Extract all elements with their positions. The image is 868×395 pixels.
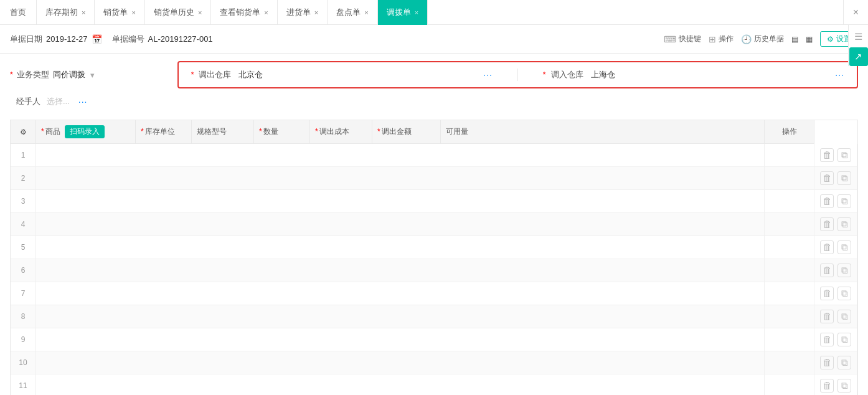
handler-field: 经手人 选择... ···: [10, 96, 88, 107]
right-sidebar: ☰ ↗: [848, 25, 868, 66]
delete-icon[interactable]: 🗑: [820, 333, 834, 346]
close-icon[interactable]: ×: [82, 9, 85, 16]
product-table: ⚙ *商品 扫码录入 *库存单位 规格型号 *数量 *调出成本 *调出金额 可用…: [10, 120, 858, 395]
warehouse-box: * 调出仓库 北京仓 ··· * 调入仓库 上海仓 ···: [177, 61, 858, 88]
product-cell[interactable]: [36, 212, 765, 236]
out-warehouse-field: * 调出仓库 北京仓 ···: [191, 69, 493, 80]
history-action[interactable]: 🕘 历史单据: [741, 34, 784, 44]
close-icon[interactable]: ×: [131, 9, 135, 16]
product-cell[interactable]: [36, 374, 765, 395]
product-cell[interactable]: [36, 144, 765, 167]
row-number: 11: [11, 374, 36, 395]
available-cell: [765, 328, 814, 351]
close-icon[interactable]: ×: [415, 9, 418, 16]
ops-cell: 🗑 ⧉: [814, 166, 857, 189]
row-number: 6: [11, 259, 36, 282]
in-warehouse-more-button[interactable]: ···: [835, 70, 844, 80]
calendar-icon[interactable]: 📅: [92, 34, 102, 44]
product-cell[interactable]: [36, 166, 765, 189]
delete-icon[interactable]: 🗑: [820, 194, 834, 208]
product-cell[interactable]: [36, 282, 765, 305]
form-header: 单据日期 2019-12-27 📅 单据编号 AL-20191227-001 ⌨…: [0, 25, 868, 54]
delete-icon[interactable]: 🗑: [820, 310, 834, 323]
form-header-actions: ⌨ 快捷键 ⊞ 操作 🕘 历史单据 ▤ ▦ ⚙ 设置: [664, 31, 858, 47]
col-cost: *调出成本: [310, 120, 372, 144]
table-row: 4 🗑 ⧉: [11, 212, 857, 236]
out-warehouse-more-button[interactable]: ···: [483, 70, 493, 80]
form-header-left: 单据日期 2019-12-27 📅 单据编号 AL-20191227-001: [10, 34, 213, 45]
available-cell: [765, 259, 814, 282]
col-qty: *数量: [254, 120, 310, 144]
copy-icon[interactable]: ⧉: [837, 310, 851, 323]
available-cell: [765, 374, 814, 395]
copy-icon[interactable]: ⧉: [837, 148, 851, 162]
table-row: 5 🗑 ⧉: [11, 236, 857, 259]
col-ops: 操作: [765, 120, 814, 144]
tab-inventory-init[interactable]: 库存期初 ×: [37, 0, 95, 25]
copy-icon[interactable]: ⧉: [837, 333, 851, 346]
shortcut-action[interactable]: ⌨ 快捷键: [664, 34, 701, 44]
delete-icon[interactable]: 🗑: [820, 217, 834, 231]
product-cell[interactable]: [36, 328, 765, 351]
delete-icon[interactable]: 🗑: [820, 287, 834, 300]
tab-sales-history[interactable]: 销货单历史 ×: [145, 0, 211, 25]
close-icon[interactable]: ×: [364, 9, 368, 16]
col-product: *商品 扫码录入: [36, 120, 136, 144]
operation-action[interactable]: ⊞ 操作: [709, 34, 734, 44]
copy-icon[interactable]: ⧉: [837, 240, 851, 254]
tab-view-sales[interactable]: 查看销货单 ×: [211, 0, 277, 25]
col-gear[interactable]: ⚙: [11, 120, 36, 144]
product-cell[interactable]: [36, 189, 765, 212]
layout1-action[interactable]: ▤: [791, 35, 798, 44]
copy-icon[interactable]: ⧉: [837, 194, 851, 208]
gear-icon: ⚙: [827, 35, 834, 44]
product-cell[interactable]: [36, 351, 765, 374]
copy-icon[interactable]: ⧉: [837, 379, 851, 393]
table-row: 11 🗑 ⧉: [11, 374, 857, 395]
copy-icon[interactable]: ⧉: [837, 356, 851, 369]
table-row: 2 🗑 ⧉: [11, 166, 857, 189]
tab-transfer-order[interactable]: 调拨单 ×: [378, 0, 428, 25]
close-icon[interactable]: ×: [314, 9, 318, 16]
table-row: 6 🗑 ⧉: [11, 259, 857, 282]
delete-icon[interactable]: 🗑: [820, 148, 834, 162]
available-cell: [765, 305, 814, 328]
delete-icon[interactable]: 🗑: [820, 356, 834, 369]
col-amount: *调出金额: [372, 120, 441, 144]
product-cell[interactable]: [36, 305, 765, 328]
handler-select[interactable]: 选择...: [47, 96, 70, 107]
window-close-button[interactable]: ×: [843, 0, 868, 25]
table-row: 8 🗑 ⧉: [11, 305, 857, 328]
tab-sales-order[interactable]: 销货单 ×: [95, 0, 144, 25]
handler-more-button[interactable]: ···: [78, 97, 88, 107]
sidebar-export-icon[interactable]: ↗: [849, 47, 868, 66]
ops-cell: 🗑 ⧉: [814, 212, 857, 236]
copy-icon[interactable]: ⧉: [837, 217, 851, 231]
tab-inventory-check[interactable]: 盘点单 ×: [328, 0, 377, 25]
product-cell[interactable]: [36, 236, 765, 259]
layout2-action[interactable]: ▦: [806, 35, 813, 44]
tab-purchase-order[interactable]: 进货单 ×: [278, 0, 328, 25]
delete-icon[interactable]: 🗑: [820, 240, 834, 254]
delete-icon[interactable]: 🗑: [820, 264, 834, 277]
tab-home[interactable]: 首页: [0, 0, 37, 25]
copy-icon[interactable]: ⧉: [837, 287, 851, 300]
col-available: 可用量: [441, 120, 765, 144]
date-field: 单据日期 2019-12-27 📅: [10, 34, 102, 45]
delete-icon[interactable]: 🗑: [820, 379, 834, 393]
copy-icon[interactable]: ⧉: [837, 171, 851, 185]
available-cell: [765, 236, 814, 259]
copy-icon[interactable]: ⧉: [837, 264, 851, 277]
delete-icon[interactable]: 🗑: [820, 171, 834, 185]
sidebar-list-icon[interactable]: ☰: [849, 27, 868, 46]
row-number: 5: [11, 236, 36, 259]
product-cell[interactable]: [36, 259, 765, 282]
table-row: 3 🗑 ⧉: [11, 189, 857, 212]
scan-entry-button[interactable]: 扫码录入: [65, 125, 105, 138]
biz-type-select[interactable]: 同价调拨 ▾: [53, 69, 165, 80]
close-icon[interactable]: ×: [198, 9, 202, 16]
close-icon[interactable]: ×: [264, 9, 268, 16]
required-star: *: [191, 70, 194, 79]
available-cell: [765, 282, 814, 305]
ops-cell: 🗑 ⧉: [814, 282, 857, 305]
